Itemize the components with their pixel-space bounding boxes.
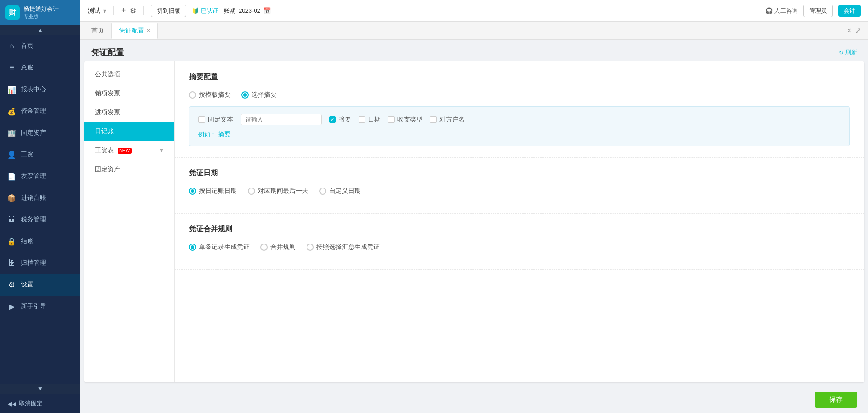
- certified-icon: 🔰: [192, 7, 199, 14]
- assets-icon: 🏢: [7, 128, 16, 137]
- checkbox-income-type[interactable]: 收支类型: [388, 116, 423, 124]
- leftnav-public[interactable]: 公共选项: [84, 65, 174, 84]
- reports-icon: 📊: [7, 85, 16, 94]
- date-radio-journal[interactable]: 按日记账日期: [189, 187, 237, 195]
- sidebar-item-assets[interactable]: 🏢 固定资产: [0, 122, 80, 144]
- topbar-right: 🎧 人工咨询 管理员 会计: [765, 5, 861, 17]
- switch-old-version-btn[interactable]: 切到旧版: [151, 5, 186, 17]
- sidebar-scroll-up[interactable]: ▲: [0, 25, 80, 35]
- logo-icon: 财: [5, 5, 20, 20]
- radio-rule-circle: [260, 244, 268, 251]
- page-title: 凭证配置: [91, 47, 124, 58]
- date-radio-period-last[interactable]: 对应期间最后一天: [248, 187, 308, 195]
- add-workspace-btn[interactable]: +: [121, 6, 126, 15]
- period-display: 账期 2023-02 📅: [224, 7, 271, 15]
- summary-radio-template[interactable]: 按模版摘要: [189, 91, 231, 99]
- merge-section: 凭证合并规则 单条记录生成凭证 合并规则 按照选择汇总生成凭证: [175, 214, 864, 270]
- pin-icon: ◀◀: [7, 400, 16, 407]
- sidebar-item-settings[interactable]: ⚙ 设置: [0, 274, 80, 296]
- workspace-selector[interactable]: 测试 ▾: [88, 7, 106, 15]
- save-btn[interactable]: 保存: [815, 392, 857, 408]
- topbar-settings-btn[interactable]: ⚙: [130, 6, 136, 15]
- refresh-btn[interactable]: ↻ 刷新: [839, 48, 857, 56]
- tab-home[interactable]: 首页: [84, 23, 111, 38]
- sidebar: 财 畅捷通好会计 专业版 ▲ ⌂ 首页 ≡ 总账 📊 报表中心 💰 资金管理 🏢…: [0, 0, 80, 413]
- summary-config-row: 固定文本 摘要 日期: [198, 114, 840, 125]
- leftnav-fixed-assets[interactable]: 固定资产: [84, 160, 174, 179]
- sidebar-item-archive[interactable]: 🗄 归档管理: [0, 252, 80, 274]
- help-btn[interactable]: 🎧 人工咨询: [765, 7, 798, 15]
- user-btn[interactable]: 管理员: [803, 5, 833, 17]
- left-nav: 公共选项 销项发票 进项发票 日记账 工资表 NEW ▾ 固定资产: [84, 61, 175, 382]
- checkbox-fixed-text-box: [198, 116, 205, 123]
- merge-radio-single[interactable]: 单条记录生成凭证: [189, 243, 250, 251]
- sidebar-item-reports[interactable]: 📊 报表中心: [0, 79, 80, 100]
- radio-select-summary-circle: [307, 244, 314, 251]
- radio-journal-circle: [189, 188, 196, 195]
- radio-period-last-circle: [248, 188, 255, 195]
- home-icon: ⌂: [7, 42, 16, 51]
- fullscreen-btn[interactable]: ⤢: [855, 26, 861, 35]
- merge-title: 凭证合并规则: [189, 225, 850, 234]
- radio-single-circle: [189, 244, 196, 251]
- calendar-icon[interactable]: 📅: [264, 7, 271, 14]
- leftnav-sales-invoice[interactable]: 销项发票: [84, 84, 174, 103]
- logo-text: 畅捷通好会计: [24, 5, 59, 13]
- invoice-icon: 📄: [7, 172, 16, 181]
- leftnav-payroll[interactable]: 工资表 NEW ▾: [84, 141, 174, 160]
- workspace-dropdown-icon: ▾: [103, 7, 106, 14]
- checkbox-summary-box: [329, 116, 336, 123]
- close-tab-btn[interactable]: ×: [847, 27, 851, 35]
- payroll-arrow-icon: ▾: [160, 146, 163, 154]
- topbar-divider-1: [113, 6, 114, 15]
- sidebar-item-close[interactable]: 🔒 结账: [0, 230, 80, 252]
- ledger-icon: ≡: [7, 63, 16, 72]
- settings-icon: ⚙: [7, 280, 16, 289]
- leftnav-purchase-invoice[interactable]: 进项发票: [84, 103, 174, 122]
- refresh-icon: ↻: [839, 49, 844, 56]
- topbar-actions: + ⚙: [121, 6, 136, 15]
- summary-radio-select[interactable]: 选择摘要: [241, 91, 277, 99]
- cancel-fixed-btn[interactable]: ◀◀ 取消固定: [0, 394, 80, 413]
- role-btn[interactable]: 会计: [838, 5, 861, 17]
- page-header: 凭证配置 ↻ 刷新: [80, 40, 868, 61]
- tab-voucher-config[interactable]: 凭证配置 ×: [111, 23, 158, 39]
- merge-radio-select-summary[interactable]: 按照选择汇总生成凭证: [307, 243, 380, 251]
- archive-icon: 🗄: [7, 258, 16, 268]
- sidebar-item-sales[interactable]: 📦 进销台账: [0, 187, 80, 209]
- checkbox-fixed-text[interactable]: 固定文本: [198, 116, 233, 124]
- sidebar-item-salary[interactable]: 👤 工资: [0, 144, 80, 165]
- merge-radio-rule[interactable]: 合并规则: [260, 243, 296, 251]
- sidebar-logo: 财 畅捷通好会计 专业版: [0, 0, 80, 25]
- checkbox-counterpart[interactable]: 对方户名: [430, 116, 465, 124]
- fixed-text-input[interactable]: [241, 114, 322, 125]
- date-radio-group: 按日记账日期 对应期间最后一天 自定义日期: [189, 187, 850, 195]
- inner-layout: 公共选项 销项发票 进项发票 日记账 工资表 NEW ▾ 固定资产: [84, 61, 864, 382]
- right-content: 摘要配置 按模版摘要 选择摘要: [175, 61, 864, 382]
- funds-icon: 💰: [7, 107, 16, 116]
- sidebar-item-home[interactable]: ⌂ 首页: [0, 35, 80, 57]
- checkbox-date[interactable]: 日期: [359, 116, 381, 124]
- content-tabs: 首页 凭证配置 × × ⤢: [80, 22, 868, 40]
- topbar-divider-2: [143, 6, 144, 15]
- date-radio-custom[interactable]: 自定义日期: [319, 187, 361, 195]
- radio-custom-circle: [319, 188, 326, 195]
- workspace-name: 测试: [88, 7, 100, 15]
- sidebar-scroll-down[interactable]: ▼: [0, 384, 80, 394]
- tax-icon: 🏛: [7, 215, 16, 224]
- sidebar-item-tax[interactable]: 🏛 税务管理: [0, 209, 80, 230]
- leftnav-journal[interactable]: 日记账: [84, 122, 174, 141]
- checkbox-summary[interactable]: 摘要: [329, 116, 351, 124]
- certified-status: 🔰 已认证: [192, 7, 218, 15]
- sidebar-item-invoice[interactable]: 📄 发票管理: [0, 165, 80, 187]
- sidebar-item-ledger[interactable]: ≡ 总账: [0, 57, 80, 79]
- sidebar-item-funds[interactable]: 💰 资金管理: [0, 100, 80, 122]
- logo-sub: 专业版: [24, 13, 59, 20]
- radio-select-circle: [241, 91, 249, 99]
- checkbox-income-type-box: [388, 116, 395, 123]
- new-badge: NEW: [118, 148, 132, 154]
- main-area: 测试 ▾ + ⚙ 切到旧版 🔰 已认证 账期 2023-02 📅 🎧 人工咨询 …: [80, 0, 868, 413]
- tab-close-btn[interactable]: ×: [147, 28, 150, 34]
- bottom-spacer: [175, 270, 864, 315]
- sidebar-item-guide[interactable]: ▶ 新手引导: [0, 296, 80, 317]
